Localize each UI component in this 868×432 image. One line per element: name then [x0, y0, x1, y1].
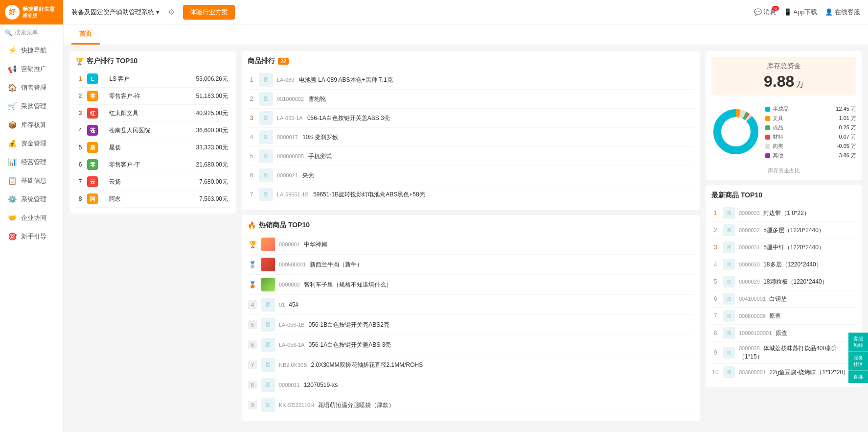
content-area: 🏆 客户排行 TOP10 1 L LS 客户 53,006.26元 2 零 零售… [64, 45, 868, 432]
guide-icon: 🎯 [8, 232, 17, 241]
product-image-placeholder: 图 [261, 338, 275, 352]
rank-icon: 9 [248, 400, 257, 410]
settings-button[interactable]: ⚙ [164, 5, 178, 19]
rank-number-badge: 9 [248, 401, 257, 409]
tab-home[interactable]: 首页 [71, 24, 100, 45]
new-prod-image: 图 [723, 259, 735, 270]
sidebar-logo: 好 畅捷通好生意 标准版 [0, 0, 63, 24]
donut-chart [711, 107, 760, 158]
online-service-label: 在线客服 [835, 8, 860, 16]
sidebar-search[interactable]: 🔍 搜索菜单 [0, 24, 63, 41]
product-image-placeholder: 图 [261, 378, 275, 392]
customer-avatar: 云 [87, 176, 98, 187]
legend-value: -0.05 万 [837, 143, 856, 150]
prod-info: 000800005 手机测试 [277, 152, 694, 161]
purchase-label: 采购管理 [21, 102, 46, 111]
new-prod-title-text: 最新商品 TOP10 [711, 191, 762, 200]
rank-number: 2 [75, 88, 85, 105]
customer-rank-row: 3 红 红太阳文具 40,925.00元 [75, 105, 230, 122]
hot-prod-name: 中华神鲫 [304, 240, 327, 249]
sidebar-item-finance[interactable]: 💰 资金管理 [0, 134, 63, 153]
prod-name: 雪地靴 [308, 96, 326, 102]
legend-item: 半成品 12.45 万 [765, 104, 856, 114]
prod-info: LA-089 电池盖 LA-089 ABS本色+黑种 7.1克 [277, 76, 694, 84]
marketing-label: 营销推广 [21, 65, 46, 73]
customer-name: 苍南县人民医院 [107, 122, 175, 139]
sidebar-item-guide[interactable]: 🎯 新手引导 [0, 227, 63, 246]
customer-amount: 21,680.00元 [176, 156, 230, 173]
system-selector[interactable]: 装备及固定资产辅助管理系统 ▾ [71, 8, 160, 17]
prod-code: 001000002 [277, 96, 304, 102]
prod-info: 0000017 10S 变刹罗猴 [277, 133, 694, 142]
customer-amount: 40,925.00元 [176, 105, 230, 122]
prod-image-placeholder: 图 [259, 168, 273, 182]
operations-label: 经营管理 [21, 158, 46, 167]
message-icon: 💬 [754, 8, 762, 16]
prod-image-placeholder: 图 [259, 92, 273, 106]
new-prod-info: 0000030 18多层（1220*2440） [739, 261, 856, 269]
donut-legend: 半成品 12.45 万 文具 1.01 万 成品 0.25 万 材料 0.07 … [765, 104, 856, 160]
product-rank-list: 1 图 LA-089 电池盖 LA-089 ABS本色+黑种 7.1克 2 图 … [248, 71, 694, 204]
sidebar-item-enterprise[interactable]: 🤝 企业协同 [0, 209, 63, 227]
trophy-icon: 🏆 [75, 57, 84, 65]
cs-hotline-btn[interactable]: 客服热线 [848, 333, 868, 352]
sidebar-item-system[interactable]: ⚙️ 系统管理 [0, 190, 63, 209]
prod-code: 000800005 [277, 153, 304, 159]
donut-chart-container: 半成品 12.45 万 文具 1.01 万 成品 0.25 万 材料 0.07 … [711, 99, 856, 165]
customer-avatar: 红 [87, 108, 98, 119]
cs-community-btn[interactable]: 服务社区 [848, 352, 868, 371]
app-download-button[interactable]: 📱 App下载 [784, 8, 817, 17]
sidebar-item-purchase[interactable]: 🛒 采购管理 [0, 97, 63, 116]
product-ranking-card: 商品排行 22 1 图 LA-089 电池盖 LA-089 ABS本色+黑种 7… [242, 51, 700, 210]
cs-live-btn[interactable]: 直播 [848, 371, 868, 383]
prod-code: 0000017 [277, 134, 298, 140]
guide-label: 新手引导 [21, 232, 46, 241]
new-prod-image: 图 [723, 366, 735, 378]
system-label: 系统管理 [21, 195, 46, 204]
sidebar-item-quick-nav[interactable]: ⚡ 快捷导航 [0, 41, 63, 60]
product-image-placeholder: 图 [261, 398, 275, 412]
phone-icon: 📱 [784, 8, 792, 16]
hot-icon: 🔥 [248, 221, 256, 229]
sidebar-item-basic-info[interactable]: 📋 基础信息 [0, 171, 63, 190]
message-button[interactable]: 💬 消息 6 [754, 8, 777, 17]
prod-code: 0000021 [277, 172, 298, 178]
hot-prod-code: LA-056-1B [279, 322, 305, 328]
sidebar-item-operations[interactable]: 📊 经营管理 [0, 153, 63, 171]
hot-prod-name: 智利车子里（规格不知道填什么） [304, 281, 392, 289]
trial-button[interactable]: 体验行业方案 [183, 5, 235, 20]
product-image-placeholder: 图 [261, 358, 275, 372]
customer-name: 零售客户-许 [107, 88, 175, 105]
hot-product-item: 8 图 0000011 12070519-xs [248, 375, 694, 395]
prod-name: 056-1A白色按键开关盖ABS 3壳 [307, 115, 390, 121]
sidebar-item-inventory[interactable]: 📦 库存核算 [0, 116, 63, 134]
hot-prod-code: 0000002 [279, 282, 300, 288]
rank-number: 6 [75, 156, 85, 173]
prod-code: LA-089 [277, 77, 294, 83]
inventory-value: 9.88 [764, 72, 794, 90]
legend-value: 1.01 万 [839, 115, 856, 122]
new-prod-rank: 2 [711, 227, 719, 234]
hot-prod-name: 056-1A白色按键开关盖ABS 3壳 [309, 341, 391, 349]
product-image [261, 238, 275, 251]
new-prod-image: 图 [723, 207, 735, 219]
customer-amount: 33,333.00元 [176, 139, 230, 156]
sidebar-item-sales[interactable]: 🏠 销售管理 [0, 78, 63, 97]
sidebar-item-marketing[interactable]: 📢 营销推广 [0, 60, 63, 78]
enterprise-label: 企业协同 [21, 214, 46, 222]
product-ranking-badge: 22 [278, 58, 289, 65]
new-prod-info: 10000100001 原查 [739, 329, 856, 337]
hot-products-list: 🏆 0000001 中华神鲫 🥈 000500001 新西兰牛肉（新牛） 🥉 0… [248, 235, 694, 415]
prod-image-placeholder: 图 [259, 149, 273, 163]
new-prod-info: 003800001 22g鱼豆腐-烧烤味（1*12*20） [739, 368, 856, 377]
new-prod-rank: 10 [711, 369, 719, 376]
product-rank-item: 4 图 0000017 10S 变刹罗猴 [248, 128, 694, 147]
customer-name: 云扬 [107, 173, 175, 191]
product-image-placeholder: 图 [261, 298, 275, 312]
legend-dot [765, 153, 770, 158]
rank-number: 8 [75, 191, 85, 208]
online-service-button[interactable]: 👤 在线客服 [825, 8, 860, 17]
legend-label: 其他 [773, 152, 783, 159]
new-product-item: 3 图 0000031 5厘中纤（1220*2440） [711, 239, 856, 256]
legend-value: 0.25 万 [839, 124, 856, 131]
